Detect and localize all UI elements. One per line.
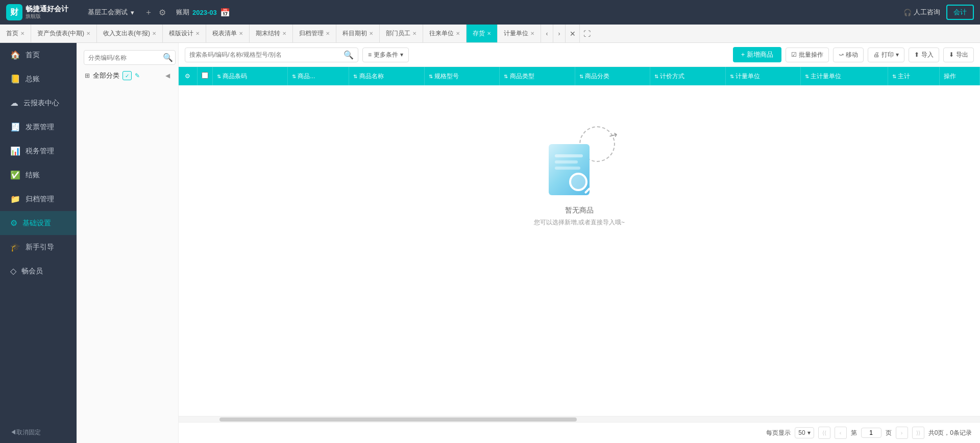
tab-close-icon[interactable]: ✕ — [456, 31, 460, 36]
sort-icon: ⇅ — [654, 74, 658, 79]
batch-label: 批量操作 — [799, 51, 823, 59]
home-icon: 🏠 — [10, 50, 20, 60]
export-icon: ⬇ — [949, 51, 954, 58]
company-selector[interactable]: 基层工会测试 ▾ — [84, 6, 138, 19]
edit-category-icon[interactable]: ✎ — [135, 72, 140, 79]
tab-home[interactable]: 首页 ✕ — [0, 25, 31, 43]
tab-close-icon[interactable]: ✕ — [412, 31, 416, 36]
page-size-select[interactable]: 50 ▾ — [795, 427, 814, 438]
move-btn[interactable]: ⤻ 移动 — [833, 48, 864, 62]
tab-next-btn[interactable]: › — [553, 25, 566, 43]
th-category[interactable]: ⇅ 商品分类 — [575, 67, 650, 85]
unpin-label: ◀取消固定 — [10, 428, 41, 437]
th-code[interactable]: ⇅ 商品... — [287, 67, 349, 85]
tab-subject[interactable]: 科目期初 ✕ — [336, 25, 380, 43]
table-scroll-wrap[interactable]: ⚙ ⇅ 商品条码 ⇅ 商品... — [179, 67, 980, 416]
add-product-btn[interactable]: + 新增商品 — [733, 47, 781, 62]
import-label: 导入 — [921, 51, 934, 59]
calendar-icon[interactable]: 📅 — [220, 8, 230, 17]
filter-btn[interactable]: ≡ 更多条件 ▾ — [362, 48, 409, 62]
all-category-item[interactable]: ⊞ 全部分类 ✓ ✎ ◀ — [81, 68, 174, 83]
category-search-icon[interactable]: 🔍 — [163, 53, 173, 62]
ledger-icon: 📒 — [10, 74, 20, 84]
th-check[interactable] — [197, 67, 212, 85]
th-barcode[interactable]: ⇅ 商品条码 — [212, 67, 287, 85]
tab-close-icon[interactable]: ✕ — [20, 31, 24, 36]
filter-icon: ≡ — [368, 51, 372, 58]
add-tab-btn[interactable]: ＋ — [144, 7, 153, 18]
settings-icon: ⚙ — [10, 218, 17, 228]
category-search-input[interactable] — [88, 54, 160, 61]
th-gear[interactable]: ⚙ — [179, 67, 197, 85]
sidebar-unpin-btn[interactable]: ◀取消固定 — [0, 422, 77, 443]
tab-close-icon[interactable]: ✕ — [86, 31, 90, 36]
last-page-btn[interactable]: ⟩⟩ — [912, 427, 924, 439]
tab-label: 税表清单 — [212, 29, 237, 38]
sidebar-item-guide[interactable]: 🎓 新手引导 — [0, 235, 77, 259]
tab-balance[interactable]: 资产负债表(中期) ✕ — [31, 25, 97, 43]
prev-page-btn[interactable]: ‹ — [835, 427, 847, 439]
tab-close-icon[interactable]: ✕ — [530, 31, 534, 36]
tab-dept[interactable]: 部门员工 ✕ — [380, 25, 423, 43]
account-btn[interactable]: 会计 — [946, 5, 974, 20]
tab-close-icon[interactable]: ✕ — [282, 31, 286, 36]
th-pricing[interactable]: ⇅ 计价方式 — [650, 67, 725, 85]
tab-template[interactable]: 模版设计 ✕ — [163, 25, 206, 43]
tab-prev-btn[interactable]: ‹ — [541, 25, 553, 43]
empty-desc: 您可以选择新增,或者直接导入哦~ — [534, 218, 625, 227]
sidebar-item-close[interactable]: ✅ 结账 — [0, 163, 77, 187]
th-spec[interactable]: ⇅ 规格型号 — [424, 67, 499, 85]
sidebar-item-settings[interactable]: ⚙ 基础设置 — [0, 211, 77, 235]
sidebar-item-member[interactable]: ◇ 畅会员 — [0, 259, 77, 283]
sidebar-item-tax[interactable]: 📊 税务管理 — [0, 139, 77, 163]
tab-period[interactable]: 期末结转 ✕ — [250, 25, 293, 43]
horizontal-scrollbar[interactable] — [179, 416, 980, 422]
sort-icon: ⇅ — [805, 74, 809, 79]
period-display: 账期 2023-03 📅 — [176, 8, 230, 17]
sidebar-item-home[interactable]: 🏠 首页 — [0, 43, 77, 67]
th-unit[interactable]: ⇅ 计量单位 — [725, 67, 800, 85]
tab-income[interactable]: 收入支出表(年报) ✕ — [97, 25, 163, 43]
page-number-input[interactable] — [861, 428, 881, 438]
batch-btn[interactable]: ☑ 批量操作 — [786, 48, 829, 62]
settings-icon[interactable]: ⚙ — [159, 8, 166, 17]
tab-close-icon[interactable]: ✕ — [487, 31, 491, 36]
sidebar-item-archive[interactable]: 📁 归档管理 — [0, 187, 77, 211]
select-all-checkbox[interactable] — [202, 72, 208, 79]
main-panel: 🔍 ≡ 更多条件 ▾ + 新增商品 ☑ 批量操作 ⤻ — [179, 43, 980, 443]
tab-contacts[interactable]: 往来单位 ✕ — [423, 25, 467, 43]
logo-text: 畅捷通好会计 旗舰版 — [26, 5, 68, 20]
main-search-input[interactable] — [189, 51, 340, 58]
scroll-thumb[interactable] — [219, 417, 577, 422]
collapse-panel-icon[interactable]: ◀ — [165, 72, 170, 79]
th-type[interactable]: ⇅ 商品类型 — [500, 67, 575, 85]
tab-close-icon[interactable]: ✕ — [326, 31, 330, 36]
sidebar-item-ledger[interactable]: 📒 总账 — [0, 67, 77, 91]
main-search-icon[interactable]: 🔍 — [344, 50, 354, 60]
pagination-bar: 每页显示 50 ▾ ⟨⟨ ‹ 第 页 › ⟩⟩ 共0页，0条记录 — [179, 422, 980, 443]
tab-expand-btn[interactable]: ⛶ — [580, 25, 594, 43]
import-btn[interactable]: ⬆ 导入 — [909, 48, 939, 62]
tab-close-icon[interactable]: ✕ — [369, 31, 373, 36]
first-page-btn[interactable]: ⟨⟨ — [818, 427, 830, 439]
tab-unit[interactable]: 计量单位 ✕ — [498, 25, 541, 43]
sidebar-item-cloud[interactable]: ☁ 云报表中心 — [0, 91, 77, 115]
tab-tax[interactable]: 税表清单 ✕ — [206, 25, 250, 43]
tab-close-all-btn[interactable]: ✕ — [566, 25, 580, 43]
sidebar-item-invoice[interactable]: 🧾 发票管理 — [0, 115, 77, 139]
print-btn[interactable]: 🖨 打印 ▾ — [868, 48, 904, 62]
tab-close-icon[interactable]: ✕ — [195, 31, 200, 36]
export-btn[interactable]: ⬇ 导出 — [943, 48, 974, 62]
tab-close-icon[interactable]: ✕ — [152, 31, 156, 36]
tab-close-icon[interactable]: ✕ — [239, 31, 243, 36]
th-main-count[interactable]: ⇅ 主计 — [888, 67, 939, 85]
per-page-label: 每页显示 — [766, 429, 791, 437]
tab-archive[interactable]: 归档管理 ✕ — [293, 25, 336, 43]
th-main-unit[interactable]: ⇅ 主计量单位 — [800, 67, 888, 85]
content-area: 🔍 ⊞ 全部分类 ✓ ✎ ◀ 🔍 — [77, 43, 980, 443]
th-name[interactable]: ⇅ 商品名称 — [349, 67, 424, 85]
all-category-label: 全部分类 — [93, 71, 119, 80]
next-page-btn[interactable]: › — [896, 427, 908, 439]
consult-btn[interactable]: 🎧 人工咨询 — [903, 8, 940, 17]
tab-inventory[interactable]: 存货 ✕ — [467, 25, 498, 43]
